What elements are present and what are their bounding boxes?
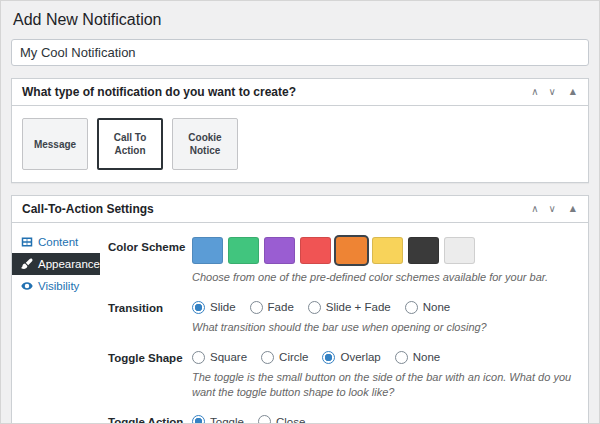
metabox-title: What type of notification do you want to… bbox=[22, 85, 296, 99]
toggle-shape-option-none[interactable]: None bbox=[395, 351, 441, 364]
radio-label: Square bbox=[210, 351, 247, 363]
transition-option-none[interactable]: None bbox=[405, 301, 451, 314]
type-button-label: Cookie Notice bbox=[177, 131, 233, 157]
color-swatch-green[interactable] bbox=[228, 237, 259, 264]
setting-help: What transition should the bar use when … bbox=[192, 320, 574, 335]
setting-label: Color Scheme bbox=[108, 237, 192, 285]
settings-tabs: Content Appearance Visibility bbox=[12, 223, 100, 424]
type-button-cookie-notice[interactable]: Cookie Notice bbox=[172, 118, 238, 170]
setting-label: Transition bbox=[108, 298, 192, 335]
toggle-action-option-toggle[interactable]: Toggle bbox=[192, 415, 244, 424]
tab-label: Appearance bbox=[38, 258, 100, 270]
setting-help: Choose from one of the pre-defined color… bbox=[192, 270, 574, 285]
cta-settings-metabox-header[interactable]: Call-To-Action Settings ∧ ∨ ▲ bbox=[12, 196, 588, 223]
page-title: Add New Notification bbox=[13, 11, 589, 29]
move-down-icon[interactable]: ∨ bbox=[545, 201, 560, 217]
collapse-toggle-icon[interactable]: ▲ bbox=[566, 202, 580, 216]
radio-label: Slide + Fade bbox=[326, 301, 391, 313]
type-button-label: Message bbox=[34, 138, 76, 151]
setting-row-color-scheme: Color Scheme Choose from one of bbox=[108, 237, 574, 285]
color-swatch-yellow[interactable] bbox=[372, 237, 403, 264]
toggle-shape-radio[interactable] bbox=[395, 351, 408, 364]
transition-radio[interactable] bbox=[308, 301, 321, 314]
tab-label: Visibility bbox=[38, 280, 79, 292]
setting-label: Toggle Action bbox=[108, 412, 192, 424]
metabox-title: Call-To-Action Settings bbox=[22, 202, 154, 216]
color-swatch-red[interactable] bbox=[300, 237, 331, 264]
setting-label: Toggle Shape bbox=[108, 348, 192, 400]
color-swatch-list bbox=[192, 237, 574, 264]
transition-radio[interactable] bbox=[405, 301, 418, 314]
settings-content: Color Scheme Choose from one of bbox=[100, 223, 588, 424]
radio-label: Toggle bbox=[210, 416, 244, 424]
radio-label: Fade bbox=[268, 301, 294, 313]
content-icon bbox=[21, 236, 33, 248]
toggle-action-option-close[interactable]: Close bbox=[258, 415, 305, 424]
metabox-controls: ∧ ∨ ▲ bbox=[527, 201, 580, 217]
radio-label: None bbox=[413, 351, 441, 363]
radio-label: Circle bbox=[279, 351, 308, 363]
move-up-icon[interactable]: ∧ bbox=[527, 201, 542, 217]
color-swatch-purple[interactable] bbox=[264, 237, 295, 264]
cta-settings-body: Content Appearance Visibility bbox=[12, 223, 588, 424]
toggle-shape-radio[interactable] bbox=[192, 351, 205, 364]
setting-row-toggle-action: Toggle Action Toggle Close bbox=[108, 412, 574, 424]
color-swatch-orange[interactable] bbox=[336, 237, 367, 264]
radio-label: Close bbox=[276, 416, 305, 424]
setting-row-toggle-shape: Toggle Shape Square Circle bbox=[108, 348, 574, 400]
color-swatch-black[interactable] bbox=[408, 237, 439, 264]
cta-settings-metabox: Call-To-Action Settings ∧ ∨ ▲ Content bbox=[11, 195, 589, 424]
notification-title-input[interactable] bbox=[11, 39, 589, 66]
tab-appearance[interactable]: Appearance bbox=[12, 253, 100, 275]
toggle-shape-options: Square Circle Overlap bbox=[192, 348, 574, 364]
setting-row-transition: Transition Slide Fade bbox=[108, 298, 574, 335]
toggle-action-radio[interactable] bbox=[258, 415, 271, 424]
transition-option-fade[interactable]: Fade bbox=[250, 301, 294, 314]
transition-option-slide[interactable]: Slide bbox=[192, 301, 236, 314]
toggle-shape-option-square[interactable]: Square bbox=[192, 351, 247, 364]
radio-label: Overlap bbox=[340, 351, 380, 363]
notification-type-metabox-header[interactable]: What type of notification do you want to… bbox=[12, 79, 588, 106]
radio-label: None bbox=[423, 301, 451, 313]
move-up-icon[interactable]: ∧ bbox=[527, 84, 542, 100]
collapse-toggle-icon[interactable]: ▲ bbox=[566, 85, 580, 99]
toggle-shape-option-circle[interactable]: Circle bbox=[261, 351, 308, 364]
visibility-icon bbox=[21, 280, 33, 292]
color-swatch-blue[interactable] bbox=[192, 237, 223, 264]
notification-type-metabox: What type of notification do you want to… bbox=[11, 78, 589, 183]
setting-help: The toggle is the small button on the si… bbox=[192, 370, 574, 400]
tab-content[interactable]: Content bbox=[12, 231, 100, 253]
tab-label: Content bbox=[38, 236, 78, 248]
transition-radio[interactable] bbox=[192, 301, 205, 314]
type-button-call-to-action[interactable]: Call To Action bbox=[97, 118, 163, 170]
appearance-icon bbox=[21, 258, 33, 270]
transition-radio[interactable] bbox=[250, 301, 263, 314]
toggle-action-options: Toggle Close bbox=[192, 412, 574, 424]
toggle-action-radio[interactable] bbox=[192, 415, 205, 424]
toggle-shape-radio[interactable] bbox=[261, 351, 274, 364]
toggle-shape-option-overlap[interactable]: Overlap bbox=[322, 351, 380, 364]
notification-type-body: Message Call To Action Cookie Notice bbox=[12, 106, 588, 182]
type-button-message[interactable]: Message bbox=[22, 118, 88, 170]
color-swatch-white[interactable] bbox=[444, 237, 475, 264]
radio-label: Slide bbox=[210, 301, 236, 313]
move-down-icon[interactable]: ∨ bbox=[545, 84, 560, 100]
tab-visibility[interactable]: Visibility bbox=[12, 275, 100, 297]
transition-options: Slide Fade Slide + Fade bbox=[192, 298, 574, 314]
metabox-controls: ∧ ∨ ▲ bbox=[527, 84, 580, 100]
toggle-shape-radio[interactable] bbox=[322, 351, 335, 364]
type-button-label: Call To Action bbox=[103, 131, 157, 157]
transition-option-slide-fade[interactable]: Slide + Fade bbox=[308, 301, 391, 314]
admin-page: Add New Notification What type of notifi… bbox=[0, 0, 600, 424]
